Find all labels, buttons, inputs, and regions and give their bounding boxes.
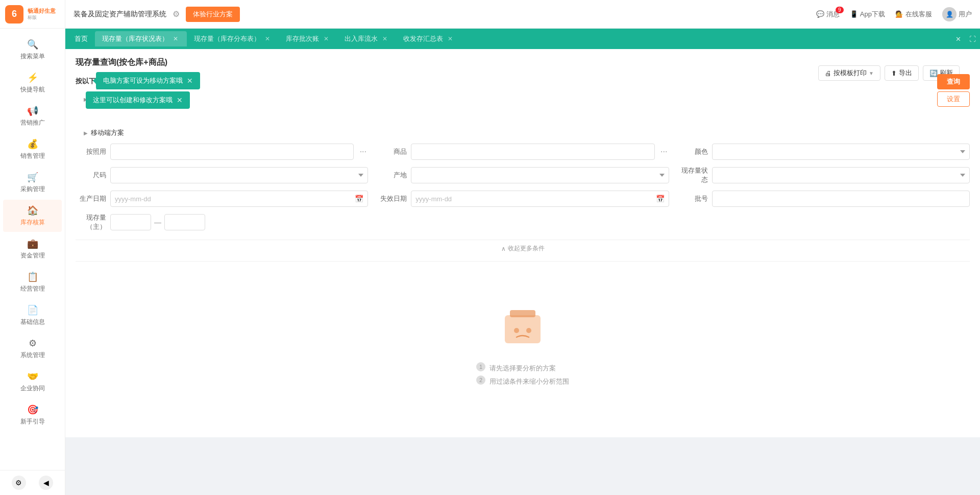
- query-buttons: 查询 设置: [937, 74, 970, 107]
- expire-date-input[interactable]: yyyy-mm-dd 📅: [411, 191, 669, 207]
- system-icon: ⚙: [29, 338, 37, 349]
- filter-stock-main: 现存量（主） —: [76, 213, 368, 231]
- tabs-bar: 首页 现存量（库存状况表） ✕ 现存量（库存分布表） ✕ 库存批次账 ✕ 出入库…: [65, 29, 980, 49]
- sidebar-menu: 🔍 搜索菜单 ⚡ 快捷导航 📢 营销推广 💰 销售管理 🛒 采购管理 🏠 库存核…: [0, 29, 65, 470]
- sidebar-item-search[interactable]: 🔍 搜索菜单: [3, 34, 62, 66]
- sidebar: 6 畅通好生意 标版 🔍 搜索菜单 ⚡ 快捷导航 📢 营销推广 💰 销售管理 🛒…: [0, 0, 65, 495]
- tab-summary[interactable]: 收发存汇总表 ✕: [396, 31, 461, 46]
- goods-dots[interactable]: ···: [659, 147, 669, 156]
- svg-point-2: [514, 328, 519, 333]
- produce-date-calendar-icon[interactable]: 📅: [355, 195, 363, 203]
- purchase-icon: 🛒: [27, 172, 38, 183]
- tab-home[interactable]: 首页: [67, 31, 95, 46]
- tab-inout[interactable]: 出入库流水 ✕: [337, 31, 396, 46]
- industry-button[interactable]: 体验行业方案: [186, 7, 240, 22]
- empty-illustration: [497, 302, 548, 353]
- produce-date-label: 生产日期: [76, 194, 106, 203]
- goods-label: 商品: [376, 147, 407, 156]
- sidebar-item-basic[interactable]: 📄 基础信息: [3, 299, 62, 332]
- settings-footer-button[interactable]: ⚙: [12, 476, 26, 490]
- filter-origin: 产地: [376, 166, 669, 184]
- warehouse-dots[interactable]: ···: [358, 147, 368, 156]
- size-select[interactable]: [110, 167, 368, 183]
- scheme-list: ▶ 电脑端方案 这里可以创建和修改方案哦 ✕ ▶ 移动端方案: [76, 92, 970, 139]
- main-content: 现存量查询(按仓库+商品) 🖨 按模板打印 ▼ ⬆ 导出 🔄 刷新: [65, 49, 980, 495]
- tab-close-stock-status[interactable]: ✕: [172, 35, 180, 43]
- produce-date-input[interactable]: yyyy-mm-dd 📅: [110, 191, 368, 207]
- page-header: 现存量查询(按仓库+商品) 🖨 按模板打印 ▼ ⬆ 导出 🔄 刷新: [76, 57, 970, 68]
- stock-main-to[interactable]: [164, 214, 205, 230]
- warehouse-label: 按照用: [76, 147, 106, 156]
- guide-icon: 🎯: [27, 404, 38, 415]
- tab-close-stock-dist[interactable]: ✕: [263, 35, 272, 43]
- sidebar-item-finance[interactable]: 💼 资金管理: [3, 233, 62, 265]
- tooltip-desktop-close[interactable]: ✕: [187, 77, 193, 85]
- origin-select[interactable]: [411, 167, 669, 183]
- filter-color: 颜色: [677, 144, 970, 160]
- goods-input[interactable]: [411, 144, 654, 160]
- user-avatar: 👤: [942, 7, 957, 21]
- user-menu-button[interactable]: 👤 用户: [942, 7, 972, 21]
- messages-button[interactable]: 💬 消息 9: [816, 10, 840, 19]
- sidebar-item-purchase[interactable]: 🛒 采购管理: [3, 167, 62, 199]
- tooltip-create-close[interactable]: ✕: [177, 96, 183, 104]
- filter-expire-date: 失效日期 yyyy-mm-dd 📅: [376, 191, 669, 207]
- empty-step-2: 2 用过滤条件来缩小分析范围: [476, 375, 569, 388]
- tab-expand-button[interactable]: ⛶: [967, 33, 978, 45]
- filter-produce-date: 生产日期 yyyy-mm-dd 📅: [76, 191, 368, 207]
- filter-size: 尺码: [76, 166, 368, 184]
- online-service-button[interactable]: 💁 在线客服: [895, 10, 932, 19]
- batch-input[interactable]: [712, 191, 970, 207]
- logo-icon: 6: [5, 5, 23, 23]
- tab-batch[interactable]: 库存批次账 ✕: [279, 31, 337, 46]
- tab-close-summary[interactable]: ✕: [446, 35, 454, 43]
- sidebar-item-nav[interactable]: ⚡ 快捷导航: [3, 67, 62, 99]
- header-right: 💬 消息 9 📱 App下载 💁 在线客服 👤 用户: [816, 7, 972, 21]
- sidebar-item-system[interactable]: ⚙ 系统管理: [3, 333, 62, 365]
- basic-icon: 📄: [27, 304, 38, 316]
- sidebar-item-sales[interactable]: 💰 销售管理: [3, 133, 62, 166]
- print-dropdown-icon: ▼: [869, 70, 874, 76]
- expire-date-calendar-icon[interactable]: 📅: [656, 195, 665, 203]
- scheme-item-desktop[interactable]: ▶ 电脑端方案: [80, 92, 970, 106]
- filter-settings-button[interactable]: 设置: [937, 91, 970, 107]
- sidebar-item-marketing[interactable]: 📢 营销推广: [3, 100, 62, 132]
- nav-icon: ⚡: [27, 72, 38, 83]
- scheme-item-mobile[interactable]: ▶ 移动端方案: [80, 126, 970, 139]
- sidebar-item-inventory[interactable]: 🏠 库存核算: [3, 200, 62, 232]
- filter-warehouse: 按照用 ···: [76, 144, 368, 160]
- enterprise-icon: 🤝: [27, 371, 38, 382]
- tab-stock-dist[interactable]: 现存量（库存分布表） ✕: [187, 31, 279, 46]
- color-select[interactable]: [712, 144, 970, 160]
- operation-icon: 📋: [27, 271, 38, 282]
- stock-main-from[interactable]: [110, 214, 151, 230]
- stock-status-select[interactable]: [712, 167, 970, 183]
- svg-rect-1: [510, 310, 535, 317]
- warehouse-input[interactable]: [110, 144, 354, 160]
- sidebar-footer: ⚙ ◀: [0, 470, 65, 495]
- filter-stock-status: 现存量状态: [677, 166, 970, 184]
- tab-stock-status[interactable]: 现存量（库存状况表） ✕: [95, 31, 187, 46]
- step2-text: 用过滤条件来缩小分析范围: [489, 375, 569, 388]
- sidebar-item-operation[interactable]: 📋 经营管理: [3, 266, 62, 298]
- collapse-sidebar-button[interactable]: ◀: [39, 476, 53, 490]
- filter-section: 按以下方案查询 + ✎ « 电脑方案可设为移动方案哦 ✕ 查询 设置: [76, 76, 970, 261]
- filter-outer: 按以下方案查询 + ✎ « 电脑方案可设为移动方案哦 ✕ 查询 设置: [76, 76, 970, 139]
- app-download-button[interactable]: 📱 App下载: [850, 10, 885, 19]
- sidebar-item-guide[interactable]: 🎯 新手引导: [3, 399, 62, 431]
- query-button[interactable]: 查询: [937, 74, 970, 89]
- svg-point-3: [526, 328, 531, 333]
- chevron-up-icon: ∧: [501, 245, 506, 252]
- search-icon: 🔍: [27, 39, 38, 50]
- tab-close-all-button[interactable]: ✕: [953, 33, 963, 45]
- filter-goods: 商品 ···: [376, 144, 669, 160]
- settings-gear-icon[interactable]: ⚙: [173, 9, 180, 19]
- tab-close-inout[interactable]: ✕: [381, 35, 389, 43]
- tooltip-desktop: 电脑方案可设为移动方案哦 ✕: [96, 72, 200, 89]
- step2-num: 2: [476, 375, 485, 385]
- collapse-button[interactable]: ∧ 收起更多条件: [501, 244, 545, 253]
- messages-badge: 9: [836, 7, 844, 13]
- sidebar-item-enterprise[interactable]: 🤝 企业协同: [3, 366, 62, 398]
- step1-num: 1: [476, 362, 485, 371]
- tab-close-batch[interactable]: ✕: [322, 35, 330, 43]
